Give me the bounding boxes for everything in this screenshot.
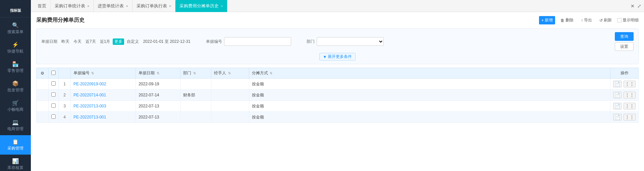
- date-btn-7days[interactable]: 近7天: [84, 38, 97, 45]
- tab-purchase-goods-stats[interactable]: 进货单统计表 ×: [94, 0, 132, 12]
- date-btn-more[interactable]: 更多: [113, 38, 124, 45]
- tab-purchase-order-exec-close[interactable]: ×: [169, 4, 171, 8]
- cell-date-3: 2022-07-13: [136, 112, 180, 123]
- sidebar-item-retail[interactable]: 🏪 零售管理: [0, 58, 31, 77]
- tab-purchase-goods-stats-close[interactable]: ×: [126, 4, 128, 8]
- table-body: 1 PE-20220919-002 2022-09-19 按金额 📄 ⋮⋮ 2 …: [37, 79, 639, 123]
- show-cols-checkbox[interactable]: [617, 18, 622, 22]
- tab-purchase-order-exec[interactable]: 采购订单执行表 ×: [132, 0, 175, 12]
- cell-date-1: 2022-07-14: [136, 90, 180, 101]
- sort-icon-bill-no: ⇅: [91, 71, 94, 75]
- bill-no-filter-group: 单据编号: [206, 37, 291, 46]
- dept-filter-group: 部门: [307, 37, 609, 46]
- date-btn-custom[interactable]: 自定义: [125, 38, 140, 45]
- th-settings[interactable]: ⚙: [37, 68, 49, 79]
- sidebar-item-label: 零售管理: [7, 68, 23, 73]
- table-row: 3 PE-20220713-003 2022-07-13 按金额 📄 ⋮⋮: [37, 101, 639, 112]
- tab-purchase-order-stats-close[interactable]: ×: [87, 4, 89, 8]
- cell-checkbox-2[interactable]: [49, 101, 59, 112]
- cell-date-0: 2022-09-19: [136, 79, 180, 90]
- tab-close-all-icon[interactable]: ✕: [631, 3, 635, 9]
- dept-select[interactable]: [317, 37, 384, 46]
- show-cols-label: 显示明细: [623, 17, 639, 23]
- bill-no-input[interactable]: [224, 37, 291, 46]
- th-date[interactable]: 单据日期 ⇅: [136, 68, 180, 79]
- th-split-method[interactable]: 分摊方式 ⇅: [249, 68, 610, 79]
- select-all-checkbox[interactable]: [51, 71, 56, 75]
- cell-bill-no-1: PE-20220714-001: [71, 90, 136, 101]
- sidebar-item-mini-ecom[interactable]: 🛒 小畅电商: [0, 96, 31, 116]
- cell-checkbox-0[interactable]: [49, 79, 59, 90]
- th-handler[interactable]: 经手人 ⇅: [211, 68, 249, 79]
- th-actions: 操作: [610, 68, 639, 79]
- bill-no-link-3[interactable]: PE-20220713-001: [73, 115, 106, 119]
- action-view-3[interactable]: 📄: [613, 114, 622, 120]
- sort-icon-split: ⇅: [270, 71, 272, 75]
- action-more-3[interactable]: ⋮⋮: [624, 114, 636, 120]
- filter-row-1: 单据日期 昨天 今天 近7天 近1月 更多 自定义 2022-01-01 至 2…: [41, 32, 634, 51]
- tab-home[interactable]: 首页: [34, 0, 51, 12]
- cell-checkbox-3[interactable]: [49, 112, 59, 123]
- main-area: 首页 采购订单统计表 × 进货单统计表 × 采购订单执行表 × 采购费用分摊单历…: [31, 0, 644, 171]
- date-btn-today[interactable]: 今天: [72, 38, 83, 45]
- cell-split-method-1: 按金额: [249, 90, 610, 101]
- th-date-label: 单据日期: [139, 71, 155, 75]
- action-more-1[interactable]: ⋮⋮: [624, 92, 636, 98]
- cell-split-method-3: 按金额: [249, 112, 610, 123]
- sidebar: 指标版 🔍 搜索菜单 ⚡ 快捷导航 🏪 零售管理 📦 批发管理 🛒 小畅电商 💻…: [0, 0, 31, 171]
- sort-icon-handler: ⇅: [228, 71, 231, 75]
- cell-handler-3: [211, 112, 249, 123]
- th-checkbox[interactable]: [49, 68, 59, 79]
- tab-purchase-order-stats[interactable]: 采购订单统计表 ×: [51, 0, 94, 12]
- tab-expand-icon[interactable]: ⤢: [637, 3, 641, 9]
- sidebar-item-label: 小畅电商: [7, 107, 23, 112]
- expand-more-button[interactable]: ▼ 展开更多条件: [319, 53, 356, 61]
- date-btn-1month[interactable]: 近1月: [99, 38, 112, 45]
- action-more-2[interactable]: ⋮⋮: [624, 103, 636, 109]
- row-checkbox-0[interactable]: [51, 81, 56, 86]
- sidebar-item-search[interactable]: 🔍 搜索菜单: [0, 19, 31, 38]
- bill-no-link-1[interactable]: PE-20220714-001: [73, 93, 106, 97]
- add-button[interactable]: + 新增: [539, 16, 555, 24]
- action-view-1[interactable]: 📄: [613, 92, 622, 98]
- cell-settings-2: [37, 101, 49, 112]
- sidebar-item-label: 批发管理: [7, 88, 23, 92]
- refresh-button[interactable]: ↺ 刷新: [597, 16, 614, 24]
- row-checkbox-1[interactable]: [51, 92, 56, 97]
- export-button[interactable]: ↑ 导出: [579, 16, 594, 24]
- sidebar-item-wholesale[interactable]: 📦 批发管理: [0, 77, 31, 96]
- action-more-0[interactable]: ⋮⋮: [624, 81, 636, 87]
- add-icon: +: [541, 18, 544, 23]
- date-btn-yesterday[interactable]: 昨天: [60, 38, 71, 45]
- table-header-row: ⚙ 单据编号 ⇅ 单据日期 ⇅ 部门 ⇅: [37, 68, 639, 79]
- sidebar-item-label: 采购管理: [7, 146, 23, 151]
- tab-purchase-cost-history[interactable]: 采购费用分摊单历史 ×: [175, 0, 227, 12]
- delete-button[interactable]: 🗑 删除: [558, 16, 576, 24]
- row-checkbox-2[interactable]: [51, 103, 56, 108]
- show-cols-toggle[interactable]: 显示明细: [617, 17, 639, 23]
- setting-button[interactable]: 设置: [615, 42, 634, 51]
- sidebar-item-ecom[interactable]: 💻 电商管理: [0, 116, 31, 135]
- retail-icon: 🏪: [1, 61, 30, 67]
- cell-checkbox-1[interactable]: [49, 90, 59, 101]
- th-bill-no[interactable]: 单据编号 ⇅: [71, 68, 136, 79]
- sidebar-item-quick-nav[interactable]: ⚡ 快捷导航: [0, 38, 31, 58]
- bill-no-link-2[interactable]: PE-20220713-003: [73, 104, 106, 108]
- quick-nav-icon: ⚡: [1, 41, 30, 48]
- th-dept[interactable]: 部门 ⇅: [180, 68, 211, 79]
- tab-purchase-cost-history-close[interactable]: ×: [221, 4, 223, 8]
- sidebar-item-inventory[interactable]: 📊 库存核算: [0, 155, 31, 171]
- content: 采购费用分摊单历史 + 新增 🗑 删除 ↑ 导出 ↺ 刷新: [31, 12, 644, 171]
- bill-no-link-0[interactable]: PE-20220919-002: [73, 82, 106, 86]
- row-checkbox-3[interactable]: [51, 114, 56, 119]
- page-title-row: 采购费用分摊单历史 + 新增 🗑 删除 ↑ 导出 ↺ 刷新: [36, 16, 639, 24]
- tab-home-label: 首页: [38, 3, 46, 9]
- cell-dept-1: 财务部: [180, 90, 211, 101]
- tab-purchase-cost-history-label: 采购费用分摊单历史: [179, 3, 219, 9]
- action-view-2[interactable]: 📄: [613, 103, 622, 109]
- query-button[interactable]: 查询: [615, 32, 634, 41]
- cell-date-2: 2022-07-13: [136, 101, 180, 112]
- action-view-0[interactable]: 📄: [613, 81, 622, 87]
- th-no: [59, 68, 71, 79]
- sidebar-item-purchase[interactable]: 📋 采购管理: [0, 135, 31, 155]
